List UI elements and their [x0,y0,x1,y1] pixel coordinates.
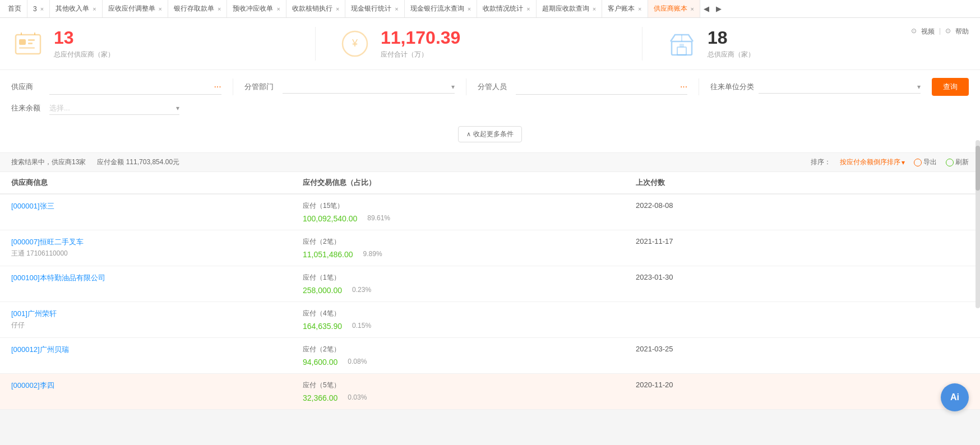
supplier-link-3[interactable]: [000100]本特勤油品有限公司 [11,274,105,282]
close-icon[interactable]: × [638,6,641,12]
stat-total-payable: ¥ 11,170.39 应付合计（万） [316,27,642,61]
supplier-input-wrapper: ··· [49,80,221,95]
svg-text:¥: ¥ [352,38,358,49]
stats-bar: 13 总应付供应商（家） ¥ 11,170.39 应付合计（万） 1 [0,18,980,70]
balance-filter-label: 往来余额 [11,103,45,113]
filter-row-2: 往来余额 ▾ [11,101,969,115]
payable-row-2: 11,051,486.00 9.89% [303,249,636,259]
person-input[interactable] [516,82,680,91]
last-pay-cell-2: 2021-11-17 [636,237,969,245]
stat-payable-suppliers: 13 总应付供应商（家） [11,27,316,61]
person-dots-icon[interactable]: ··· [680,82,687,92]
close-icon[interactable]: × [468,6,471,12]
close-icon[interactable]: × [40,6,44,12]
ai-assistant-button[interactable]: Ai [941,383,969,410]
dept-input[interactable] [283,82,449,91]
sort-text: 按应付余额倒序排序 [840,157,900,167]
filter-supplier: 供应商 ··· [11,80,221,95]
col-supplier-info: 供应商信息 [11,178,303,188]
payable-label-5: 应付（2笔） [303,345,636,354]
nav-tab-home[interactable]: 首页 [2,0,27,18]
svg-rect-4 [19,47,35,49]
scrollbar-thumb[interactable] [976,146,980,191]
payable-percent-3: 0.23% [352,286,371,294]
close-icon[interactable]: × [93,6,96,12]
supplier-input[interactable] [49,82,214,91]
payable-cell-1: 应付（15笔） 100,092,540.00 89.61% [303,201,636,223]
last-pay-cell-3: 2023-01-30 [636,273,969,281]
supplier-table: 供应商信息 应付交易信息（占比） 上次付数 [000001]张三 应付（15笔）… [0,172,980,410]
category-dropdown-icon[interactable]: ▾ [917,83,921,91]
nav-tab-customer-ledger[interactable]: 客户账本 × [602,0,648,18]
help-link[interactable]: 帮助 [955,27,969,36]
dept-filter-label: 分管部门 [244,82,278,92]
dept-dropdown-icon[interactable]: ▾ [451,83,455,91]
nav-tab-collection-stats[interactable]: 收款情况统计 × [477,0,536,18]
close-icon[interactable]: × [159,6,162,12]
close-icon[interactable]: × [276,6,280,12]
balance-dropdown-icon[interactable]: ▾ [176,104,179,112]
last-pay-date-3: 2023-01-30 [636,273,673,281]
refresh-button[interactable]: 刷新 [946,157,969,167]
collapse-up-icon: ∧ [466,131,471,138]
close-icon[interactable]: × [218,6,221,12]
last-pay-cell-5: 2021-03-25 [636,345,969,353]
nav-tab-prepayment[interactable]: 预收冲应收单 × [227,0,286,18]
payable-amount-icon: ¥ [338,27,372,61]
amount-summary-text: 应付金额 111,703,854.00元 [97,157,179,167]
payable-cell-4: 应付（4笔） 164,635.90 0.15% [303,309,636,331]
nav-left-arrow[interactable]: ◀ [700,0,713,18]
video-link[interactable]: 视频 [921,27,935,36]
supplier-link-5[interactable]: [000012]广州贝瑞 [11,345,69,354]
supplier-cell-1: [000001]张三 [11,201,303,211]
nav-tab-3[interactable]: 3 × [27,0,50,18]
search-button[interactable]: 查询 [932,78,969,96]
collapse-button[interactable]: ∧ 收起更多条件 [458,126,522,142]
nav-right-arrow[interactable]: ▶ [713,0,725,18]
export-button[interactable]: 导出 [914,157,937,167]
nav-tab-adjustment[interactable]: 应收应付调整单 × [103,0,168,18]
supplier-dots-icon[interactable]: ··· [214,82,221,92]
table-row: [000002]李四 应付（5笔） 32,366.00 0.03% 2020-1… [0,374,980,410]
export-label: 导出 [923,157,937,167]
svg-rect-1 [19,39,26,45]
svg-rect-2 [28,39,35,41]
close-icon[interactable]: × [336,6,339,12]
supplier-cell-5: [000012]广州贝瑞 [11,345,303,355]
sort-label: 排序： [811,157,831,167]
payable-row-3: 258,000.00 0.23% [303,285,636,295]
supplier-link-2[interactable]: [000007]恒旺二手叉车 [11,238,84,246]
nav-tab-cash-stats[interactable]: 现金银行统计 × [345,0,404,18]
nav-tab-other-income[interactable]: 其他收入单 × [50,0,102,18]
nav-tab-cash-flow[interactable]: 现金银行流水查询 × [405,0,477,18]
supplier-link-4[interactable]: [001]广州荣轩 [11,309,57,318]
payable-label-1: 应付（15笔） [303,201,636,211]
close-icon[interactable]: × [593,6,596,12]
payable-label-2: 应付（2笔） [303,237,636,247]
close-icon[interactable]: × [526,6,530,12]
close-icon[interactable]: × [395,6,398,12]
supplier-link-6[interactable]: [000002]李四 [11,381,54,390]
svg-rect-7 [672,41,692,55]
supplier-link-1[interactable]: [000001]张三 [11,202,54,210]
payable-percent-4: 0.15% [352,322,371,330]
category-input-wrapper: ▾ [759,80,921,94]
last-pay-date-6: 2020-11-20 [636,381,673,389]
nav-tab-collection[interactable]: 收款核销执行 × [286,0,345,18]
sort-button[interactable]: 按应付余额倒序排序 ▾ [840,157,905,167]
last-pay-date-5: 2021-03-25 [636,345,673,353]
close-icon[interactable]: × [691,6,694,12]
nav-tab-overdue[interactable]: 超期应收款查询 × [537,0,602,18]
nav-tab-bank[interactable]: 银行存取款单 × [168,0,227,18]
supplier-cell-6: [000002]李四 [11,381,303,391]
balance-input[interactable] [49,104,174,112]
filter-divider-3 [699,78,699,95]
filter-dept: 分管部门 ▾ [244,80,455,94]
nav-tab-supplier-ledger[interactable]: 供应商账本 × [648,0,700,18]
category-input[interactable] [759,82,915,91]
ai-label: Ai [950,392,959,402]
top-right-links: ⊙ 视频 | ⊙ 帮助 [911,27,969,36]
scrollbar[interactable] [976,140,980,308]
payable-label-3: 应付（1笔） [303,273,636,282]
last-pay-date-1: 2022-08-08 [636,201,673,210]
